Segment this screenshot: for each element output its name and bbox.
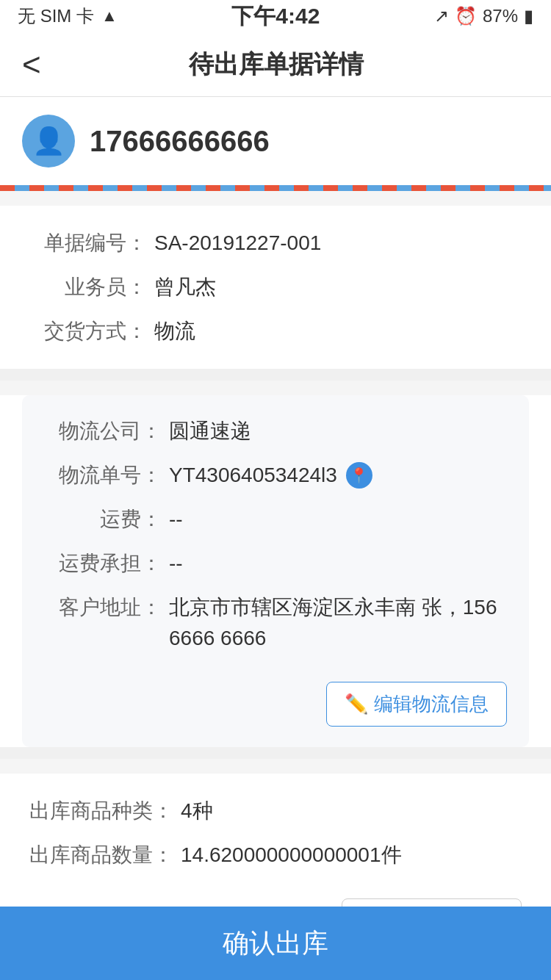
- wifi-icon: ▲: [101, 7, 118, 26]
- edit-logistics-label: 编辑物流信息: [374, 691, 489, 717]
- confirm-outbound-label: 确认出库: [223, 926, 328, 962]
- sales-person-row: 业务员： 曾凡杰: [29, 272, 522, 303]
- status-time: 下午4:42: [231, 1, 320, 32]
- delivery-method-value: 物流: [147, 316, 522, 347]
- battery-percent: 87%: [483, 6, 518, 26]
- avatar-icon: 👤: [32, 126, 65, 156]
- tracking-number-label: 物流单号：: [44, 460, 162, 491]
- logistics-section: 物流公司： 圆通速递 物流单号： YT43064053424l3 📍 运费： -…: [0, 395, 551, 747]
- sales-person-value: 曾凡杰: [147, 272, 522, 303]
- delivery-method-row: 交货方式： 物流: [29, 316, 522, 347]
- address-value: 北京市市辖区海淀区永丰南 张，156 6666 6666: [162, 592, 507, 654]
- battery-icon: ▮: [524, 6, 533, 26]
- product-quantity-value: 14.620000000000001件: [173, 840, 522, 871]
- page-title: 待出库单据详情: [56, 48, 497, 82]
- product-types-value: 4种: [173, 796, 522, 826]
- back-button[interactable]: <: [22, 48, 41, 81]
- separator-2: [0, 747, 551, 759]
- product-types-label: 出库商品种类：: [29, 796, 173, 826]
- freight-bearer-row: 运费承担： --: [44, 548, 507, 579]
- freight-value: --: [162, 504, 507, 535]
- separator-1: [0, 369, 551, 381]
- customer-header: 👤 17666666666: [0, 97, 551, 185]
- address-row: 客户地址： 北京市市辖区海淀区永丰南 张，156 6666 6666: [44, 592, 507, 654]
- confirm-outbound-button[interactable]: 确认出库: [0, 907, 551, 980]
- address-label: 客户地址：: [44, 592, 162, 623]
- location-pin-icon[interactable]: 📍: [346, 462, 372, 489]
- order-info-section: 单据编号： SA-20191227-001 业务员： 曾凡杰 交货方式： 物流: [0, 206, 551, 369]
- delivery-method-label: 交货方式：: [29, 316, 147, 347]
- freight-row: 运费： --: [44, 504, 507, 535]
- document-number-value: SA-20191227-001: [147, 228, 522, 259]
- document-number-label: 单据编号：: [29, 228, 147, 259]
- edit-logistics-button[interactable]: ✏️ 编辑物流信息: [326, 682, 507, 727]
- logistics-card: 物流公司： 圆通速递 物流单号： YT43064053424l3 📍 运费： -…: [22, 395, 529, 747]
- alarm-icon: ⏰: [455, 6, 477, 26]
- customer-phone: 17666666666: [90, 125, 270, 158]
- product-quantity-label: 出库商品数量：: [29, 840, 173, 871]
- status-bar: 无 SIM 卡 ▲ 下午4:42 ↗ ⏰ 87% ▮: [0, 0, 551, 32]
- dashed-divider: [0, 185, 551, 191]
- nav-bar: < 待出库单据详情: [0, 32, 551, 97]
- freight-label: 运费：: [44, 504, 162, 535]
- sales-person-label: 业务员：: [29, 272, 147, 303]
- location-icon-status: ↗: [434, 6, 449, 26]
- avatar: 👤: [22, 115, 75, 167]
- document-number-row: 单据编号： SA-20191227-001: [29, 228, 522, 259]
- tracking-number-value: YT43064053424l3 📍: [162, 460, 507, 491]
- status-right: ↗ ⏰ 87% ▮: [434, 6, 533, 26]
- product-quantity-row: 出库商品数量： 14.620000000000001件: [29, 840, 522, 871]
- tracking-number-row: 物流单号： YT43064053424l3 📍: [44, 460, 507, 491]
- edit-icon: ✏️: [345, 693, 368, 716]
- logistics-company-row: 物流公司： 圆通速递: [44, 416, 507, 447]
- freight-bearer-value: --: [162, 548, 507, 579]
- logistics-company-value: 圆通速递: [162, 416, 507, 447]
- logistics-company-label: 物流公司：: [44, 416, 162, 447]
- sim-status: 无 SIM 卡: [18, 4, 94, 28]
- freight-bearer-label: 运费承担：: [44, 548, 162, 579]
- status-left: 无 SIM 卡 ▲: [18, 4, 118, 28]
- product-types-row: 出库商品种类： 4种: [29, 796, 522, 826]
